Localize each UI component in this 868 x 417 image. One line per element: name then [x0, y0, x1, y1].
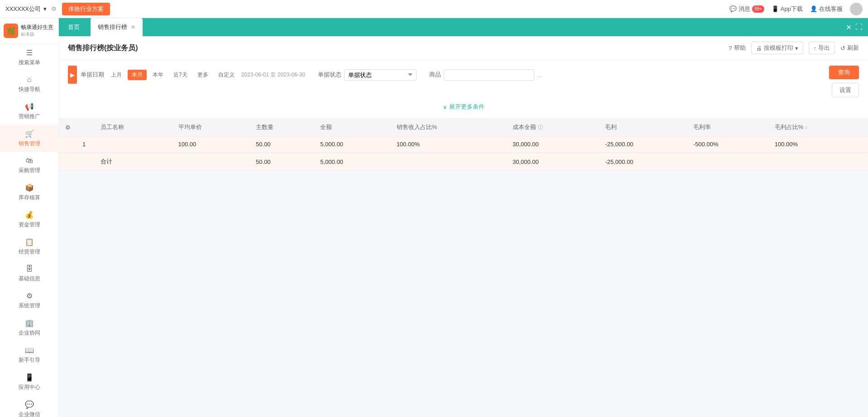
footer-profit-rate — [688, 153, 769, 171]
sidebar-item-search[interactable]: ☰ 搜索菜单 — [0, 44, 58, 71]
table-settings-icon[interactable]: ⚙ — [65, 124, 71, 131]
online-service-button[interactable]: 👤 在线客服 — [810, 5, 843, 13]
sidebar-item-apps[interactable]: 📱 应用中心 — [0, 369, 58, 396]
print-icon: 🖨 — [756, 45, 762, 52]
query-area: 查询 设置 — [829, 66, 859, 97]
status-select[interactable]: 单据状态 — [344, 69, 417, 81]
footer-profit-pct — [769, 153, 868, 171]
row-sales-pct: 100.00% — [391, 136, 507, 153]
cost-info-icon[interactable]: ⓘ — [538, 125, 543, 130]
sales-icon: 🛒 — [25, 129, 34, 138]
profit-pct-info-icon[interactable]: ↕ — [805, 125, 808, 130]
export-label: 导出 — [818, 44, 830, 52]
sidebar-item-inventory[interactable]: 📦 库存核算 — [0, 179, 58, 206]
sidebar-item-marketing[interactable]: 📢 营销推广 — [0, 98, 58, 125]
logo-title: 畅康通好生意 — [21, 24, 53, 31]
col-settings[interactable]: ⚙ — [59, 119, 77, 136]
sidebar-item-label: 新手引导 — [19, 356, 40, 364]
tabbar: 首页 销售排行榜 ✕ ✕ ⛶ — [59, 18, 868, 36]
sidebar-item-label: 销售管理 — [19, 140, 40, 148]
row-profit: -25,000.00 — [599, 136, 687, 153]
export-button[interactable]: ↑ 导出 — [809, 42, 835, 54]
expand-more-button[interactable]: ∨ 展开更多条件 — [443, 101, 484, 113]
row-profit-rate: -500.00% — [688, 136, 769, 153]
chevron-down-icon: ▾ — [43, 5, 47, 12]
tab-close-all-icon[interactable]: ✕ — [846, 23, 852, 32]
table-row: 1 100.00 50.00 5,000.00 100.00% 30,000.0… — [59, 136, 868, 153]
date-btn-7days[interactable]: 近7天 — [169, 70, 192, 80]
help-icon: ? — [729, 45, 732, 52]
query-button[interactable]: 查询 — [829, 66, 859, 79]
logo-text: 畅康通好生意 标准版 — [21, 24, 53, 38]
sidebar-item-wechat[interactable]: 💬 企业微信 — [0, 396, 58, 417]
basicinfo-icon: 🗄 — [26, 265, 33, 273]
company-selector[interactable]: XXXXXX公司 ▾ ⚙ — [5, 5, 57, 13]
row-cost: 30,000.00 — [507, 136, 600, 153]
sidebar-item-basicinfo[interactable]: 🗄 基础信息 — [0, 260, 58, 287]
app-download-button[interactable]: 📱 App下载 — [772, 5, 803, 13]
settings-icon[interactable]: ⚙ — [51, 5, 57, 12]
sidebar-item-sales[interactable]: 🛒 销售管理 — [0, 125, 58, 152]
col-profit: 毛利 — [599, 119, 687, 136]
filter-expand-icon[interactable]: ▶ — [68, 66, 77, 84]
settings-button[interactable]: 设置 — [832, 83, 859, 97]
sidebar-item-shortcut[interactable]: ⌂ 快捷导航 — [0, 71, 58, 98]
purchase-icon: 🛍 — [26, 157, 33, 165]
sidebar-item-collab[interactable]: 🏢 企业协同 — [0, 314, 58, 341]
date-label: 单据日期 — [81, 71, 104, 79]
sidebar-logo: 🌿 畅康通好生意 标准版 — [0, 18, 58, 44]
sidebar-item-label: 资金管理 — [19, 221, 40, 229]
date-btn-this-year[interactable]: 本年 — [149, 70, 168, 80]
print-button[interactable]: 🖨 按模板打印 ▾ — [751, 42, 803, 54]
help-button[interactable]: ? 帮助 — [729, 44, 745, 52]
date-btn-more[interactable]: 更多 — [193, 70, 212, 80]
topbar: XXXXXX公司 ▾ ⚙ 体验行业方案 💬 消息 99+ 📱 App下载 👤 在… — [0, 0, 868, 18]
sidebar-item-finance[interactable]: 💰 资金管理 — [0, 206, 58, 233]
row-rank: 1 — [77, 136, 95, 153]
trial-button[interactable]: 体验行业方案 — [62, 3, 110, 15]
sidebar: 🌿 畅康通好生意 标准版 ☰ 搜索菜单 ⌂ 快捷导航 📢 营销推广 🛒 销售管理… — [0, 18, 59, 417]
date-btn-last-month[interactable]: 上月 — [107, 70, 126, 80]
date-range-display: 2023-06-01 至 2023-06-30 — [241, 71, 305, 79]
tab-expand-icon[interactable]: ⛶ — [855, 23, 863, 31]
tab-sales-ranking[interactable]: 销售排行榜 ✕ — [91, 18, 143, 36]
service-icon: 👤 — [810, 5, 817, 12]
messages-button[interactable]: 💬 消息 99+ — [729, 5, 764, 13]
col-cost: 成本全额 ⓘ — [507, 119, 600, 136]
row-profit-pct: 100.00% — [769, 136, 868, 153]
refresh-button[interactable]: ↺ 刷新 — [840, 44, 859, 52]
page-header: 销售排行榜(按业务员) ? 帮助 🖨 按模板打印 ▾ ↑ 导出 — [59, 36, 868, 60]
footer-empty2 — [77, 153, 95, 171]
tab-close-icon[interactable]: ✕ — [131, 24, 135, 30]
service-label: 在线客服 — [819, 5, 843, 13]
row-settings-cell — [59, 136, 77, 153]
date-btn-custom[interactable]: 自定义 — [214, 70, 239, 80]
operations-icon: 📋 — [25, 238, 34, 246]
sidebar-item-guide[interactable]: 📖 新手引导 — [0, 341, 58, 369]
sidebar-item-label: 企业微信 — [19, 411, 40, 417]
row-name — [95, 136, 173, 153]
date-btn-this-month[interactable]: 本月 — [128, 70, 147, 80]
col-cost-label: 成本全额 — [513, 124, 536, 130]
main-layout: 🌿 畅康通好生意 标准版 ☰ 搜索菜单 ⌂ 快捷导航 📢 营销推广 🛒 销售管理… — [0, 18, 868, 417]
sidebar-item-operations[interactable]: 📋 经营管理 — [0, 233, 58, 260]
sidebar-item-label: 基础信息 — [19, 275, 40, 283]
sidebar-item-label: 采购管理 — [19, 167, 40, 174]
goods-input[interactable] — [444, 69, 534, 81]
footer-avg-price — [173, 153, 251, 171]
footer-qty: 50.00 — [250, 153, 315, 171]
sidebar-item-system[interactable]: ⚙ 系统管理 — [0, 287, 58, 314]
tab-home[interactable]: 首页 — [59, 18, 89, 36]
collab-icon: 🏢 — [25, 319, 34, 327]
col-name: 员工名称 — [95, 119, 173, 136]
col-sales-pct: 销售收入占比% — [391, 119, 507, 136]
finance-icon: 💰 — [25, 211, 34, 219]
sidebar-item-purchase[interactable]: 🛍 采购管理 — [0, 152, 58, 179]
status-label: 单据状态 — [318, 71, 341, 79]
page-title: 销售排行榜(按业务员) — [68, 43, 138, 53]
guide-icon: 📖 — [25, 346, 34, 355]
sidebar-item-label: 库存核算 — [19, 194, 40, 201]
avatar[interactable] — [850, 3, 863, 15]
col-profit-rate: 毛利率 — [688, 119, 769, 136]
sidebar-item-label: 营销推广 — [19, 113, 40, 120]
